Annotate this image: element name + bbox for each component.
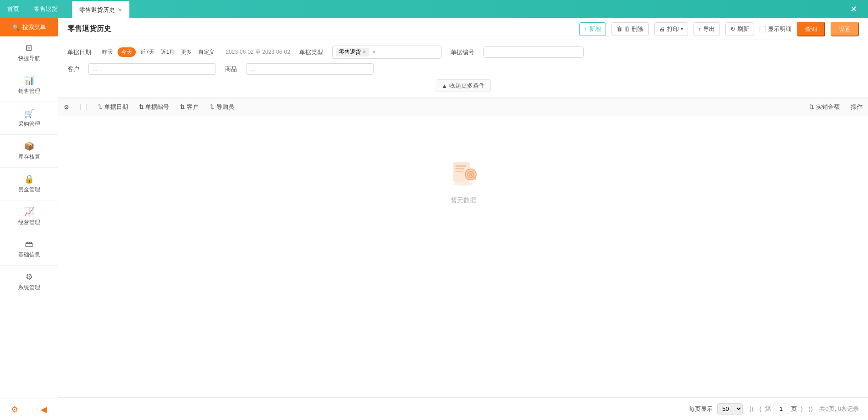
purchase-mgmt-icon: 🛒 <box>24 108 34 118</box>
table-settings-icon[interactable]: ⚙ <box>64 104 69 111</box>
query-button[interactable]: 查询 <box>797 22 825 36</box>
table-header-customer[interactable]: ⇅ 客户 <box>175 98 204 116</box>
sidebar-item-inventory-label: 库存核算 <box>18 153 40 161</box>
export-button[interactable]: ↑ 导出 <box>693 22 720 36</box>
sidebar-item-sales-mgmt[interactable]: 📊 销售管理 <box>0 69 58 102</box>
delete-icon: 🗑 <box>616 26 622 32</box>
table-header-amount[interactable]: ⇅ 实销金额 <box>804 98 845 116</box>
show-detail-checkbox[interactable] <box>760 26 766 32</box>
svg-rect-2 <box>455 165 466 167</box>
date-btn-yesterday[interactable]: 昨天 <box>100 47 115 57</box>
page-number-input[interactable] <box>773 404 789 414</box>
page-first-button[interactable]: ⟨⟨ <box>747 405 755 414</box>
table-col-ops-label: 操作 <box>851 103 863 110</box>
sidebar-item-system[interactable]: ⚙ 系统管理 <box>0 266 58 298</box>
svg-rect-3 <box>455 168 464 169</box>
delete-button[interactable]: 🗑 🗑 删除 <box>611 22 649 36</box>
tab-retail-return-label: 零售退货 <box>34 5 57 13</box>
basic-info-icon: 🗃 <box>25 240 33 249</box>
customer-filter-label: 客户 <box>67 65 79 73</box>
tab-retail-return-history-close[interactable]: ✕ <box>118 7 122 13</box>
sidebar-item-inventory[interactable]: 📦 库存核算 <box>0 135 58 168</box>
collapse-icon: ▲ <box>442 82 447 89</box>
page-size-label: 每页显示 <box>689 405 713 413</box>
filter-area: 单据日期 昨天 今天 近7天 近1月 更多 自定义 2023-06-02 至 2… <box>58 40 868 98</box>
tab-retail-return-close[interactable]: ✕ <box>60 6 65 12</box>
table-select-all-checkbox[interactable] <box>80 104 87 110</box>
table-header-row: ⚙ ⇅ 单据日期 ⇅ 单据编号 <box>58 98 868 116</box>
sidebar-search-label: 搜索菜单 <box>22 23 46 31</box>
table-header-guide[interactable]: ⇅ 导购员 <box>204 98 240 116</box>
page-prev-button[interactable]: ⟨ <box>757 405 763 414</box>
sidebar-item-basic-info[interactable]: 🗃 基础信息 <box>0 233 58 266</box>
empty-text: 暂无数据 <box>451 196 476 205</box>
date-btn-today[interactable]: 今天 <box>118 47 136 57</box>
tab-retail-return[interactable]: 零售退货 ✕ <box>26 0 72 18</box>
new-button[interactable]: + 新增 <box>579 22 606 36</box>
show-detail-toggle[interactable]: 显示明细 <box>760 25 791 33</box>
finance-icon: 🔒 <box>24 174 34 184</box>
page-nav: ⟨⟨ ⟨ 第 页 ⟩ ⟩⟩ <box>747 404 815 414</box>
settings-button[interactable]: 设置 <box>831 22 859 36</box>
doc-no-input[interactable] <box>483 46 584 58</box>
page-size-select[interactable]: 50 10 20 100 <box>717 403 743 415</box>
window-close-button[interactable]: ✕ <box>847 5 861 14</box>
type-filter-remove[interactable]: ✕ <box>362 49 366 55</box>
customer-filter-select[interactable]: ... <box>88 63 216 75</box>
page-last-button[interactable]: ⟩⟩ <box>806 405 815 414</box>
collapse-row: ▲ 收起更多条件 <box>67 79 859 92</box>
search-icon: 🔍 <box>12 24 20 31</box>
table-header-ops: 操作 <box>845 98 868 116</box>
refresh-button[interactable]: ↻ 刷新 <box>725 22 754 36</box>
sidebar-collapse-icon[interactable]: ◀ <box>41 405 47 415</box>
date-btn-7days[interactable]: 近7天 <box>139 47 156 57</box>
type-filter-tag: 零售退货 ✕ <box>336 48 369 56</box>
collapse-button[interactable]: ▲ 收起更多条件 <box>436 79 491 92</box>
table-header-date[interactable]: ⇅ 单据日期 <box>92 98 134 116</box>
print-button[interactable]: 🖨 打印 ▾ <box>654 22 688 36</box>
refresh-icon: ↻ <box>730 26 735 32</box>
date-btn-1month[interactable]: 近1月 <box>159 47 177 57</box>
table-area: ⚙ ⇅ 单据日期 ⇅ 单据编号 <box>58 98 868 397</box>
table-col-customer-label: 客户 <box>187 103 199 110</box>
inventory-icon: 📦 <box>24 141 34 151</box>
goods-filter-select[interactable]: ... <box>246 63 374 75</box>
print-arrow: ▾ <box>681 26 683 31</box>
page-next-button[interactable]: ⟩ <box>799 405 805 414</box>
sales-mgmt-icon: 📊 <box>24 76 34 86</box>
date-btn-custom[interactable]: 自定义 <box>196 47 216 57</box>
sidebar-bottom: ⚙ ◀ <box>0 399 58 420</box>
goods-placeholder: ... <box>250 66 255 72</box>
export-label: 导出 <box>703 25 715 33</box>
sidebar-item-finance[interactable]: 🔒 资金管理 <box>0 168 58 200</box>
date-btn-more[interactable]: 更多 <box>179 47 194 57</box>
table-header-spacer <box>240 98 804 116</box>
top-bar-right: ✕ <box>847 4 868 14</box>
sidebar-item-operations[interactable]: 📈 经营管理 <box>0 200 58 233</box>
sidebar-search[interactable]: 🔍 搜索菜单 <box>0 18 58 36</box>
sidebar-item-finance-label: 资金管理 <box>18 186 40 194</box>
collapse-label: 收起更多条件 <box>449 82 485 90</box>
top-bar: 首页 零售退货 ✕ 零售退货历史 ✕ ✕ <box>0 0 868 18</box>
svg-point-0 <box>453 181 473 186</box>
sidebar-item-system-label: 系统管理 <box>18 284 40 292</box>
sidebar-item-purchase-mgmt[interactable]: 🛒 采购管理 <box>0 102 58 135</box>
sidebar-item-quick-nav-label: 快捷导航 <box>18 55 40 62</box>
tab-retail-return-history[interactable]: 零售退货历史 ✕ <box>72 1 129 19</box>
table-header-doc-no[interactable]: ⇅ 单据编号 <box>134 98 175 116</box>
tab-retail-return-history-label: 零售退货历史 <box>79 6 115 14</box>
type-filter-label: 单据类型 <box>299 48 323 56</box>
table-header-check[interactable] <box>75 98 92 116</box>
page-title: 零售退货历史 <box>67 24 579 34</box>
export-icon: ↑ <box>699 26 702 32</box>
table-col-date-label: 单据日期 <box>104 103 128 110</box>
print-label: 打印 <box>667 25 679 33</box>
type-filter-select[interactable]: 零售退货 ✕ ▾ <box>332 46 442 59</box>
header-actions: + 新增 🗑 🗑 删除 🖨 打印 ▾ ↑ 导出 ↻ 刷新 <box>579 22 859 36</box>
sidebar-settings-icon[interactable]: ⚙ <box>11 405 18 415</box>
sidebar-item-quick-nav[interactable]: ⊞ 快捷导航 <box>0 36 58 69</box>
sidebar-item-basic-info-label: 基础信息 <box>18 251 40 259</box>
tab-home[interactable]: 首页 <box>0 0 26 18</box>
table-header-settings[interactable]: ⚙ <box>58 98 75 116</box>
quick-nav-icon: ⊞ <box>26 43 32 53</box>
